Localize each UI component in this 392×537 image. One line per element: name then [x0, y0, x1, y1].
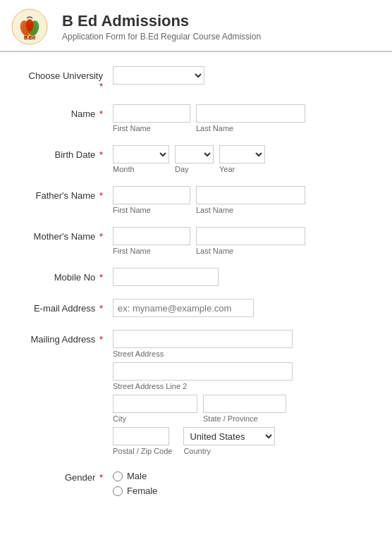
mobile-controls: 9210012312 — [113, 268, 371, 286]
mailing-address-controls: Street Address Street Address Line 2 Cit… — [113, 330, 371, 455]
birth-day-group: Day — [175, 145, 214, 173]
state-group: State / Province — [203, 395, 286, 423]
zip-group: Postal / Zip Code — [113, 427, 172, 455]
gender-label: Gender * — [21, 468, 113, 483]
state-input[interactable] — [203, 395, 286, 413]
fathers-name-label: Father's Name * — [21, 186, 113, 201]
street-sublabel: Street Address — [113, 350, 371, 358]
name-row: Name * First Name Last Name — [21, 104, 371, 132]
city-input[interactable] — [113, 395, 197, 413]
first-name-input[interactable] — [113, 104, 190, 123]
mothers-last-group: Last Name — [196, 227, 305, 255]
name-label: Name * — [21, 104, 113, 119]
university-label: Choose University * — [21, 66, 113, 92]
mailing-address-row: Mailing Address * Street Address Street … — [21, 330, 371, 455]
gender-options: Male Female — [113, 468, 371, 496]
name-controls: First Name Last Name — [113, 104, 371, 132]
fathers-first-group: First Name — [113, 186, 190, 214]
university-select[interactable] — [113, 66, 204, 85]
birth-day-sublabel: Day — [175, 165, 214, 173]
application-form: Choose University * Name * First Name La… — [0, 59, 392, 523]
gender-row: Gender * Male Female — [21, 468, 371, 496]
street2-sublabel: Street Address Line 2 — [113, 382, 371, 390]
page-title: B Ed Admissions — [62, 12, 261, 30]
street-input[interactable] — [113, 330, 293, 348]
street2-input[interactable] — [113, 362, 293, 381]
birth-month-select[interactable] — [113, 145, 169, 163]
birthdate-controls: Month Day Year — [113, 145, 371, 173]
title-text: B Ed Admissions — [62, 12, 189, 30]
street-group: Street Address — [113, 330, 371, 358]
gender-female-option[interactable]: Female — [113, 486, 371, 496]
fathers-first-sublabel: First Name — [113, 206, 190, 214]
header-divider — [0, 51, 392, 52]
last-name-input[interactable] — [196, 104, 305, 123]
email-row: E-mail Address * — [21, 299, 371, 317]
logo: B.Ed — [11, 8, 48, 45]
country-group: United States India United Kingdom Canad… — [183, 427, 275, 455]
mothers-first-input[interactable] — [113, 227, 190, 245]
last-name-sublabel: Last Name — [196, 124, 305, 132]
mothers-name-controls: First Name Last Name — [113, 227, 371, 255]
birth-month-group: Month — [113, 145, 169, 173]
first-name-sublabel: First Name — [113, 124, 190, 132]
birthdate-row: Birth Date * Month Day — [21, 145, 371, 173]
birthdate-label: Birth Date * — [21, 145, 113, 160]
zip-sublabel: Postal / Zip Code — [113, 447, 172, 455]
mothers-first-sublabel: First Name — [113, 247, 190, 255]
mothers-name-row: Mother's Name * First Name Last Name — [21, 227, 371, 255]
mothers-last-input[interactable] — [196, 227, 305, 245]
fathers-last-sublabel: Last Name — [196, 206, 305, 214]
logo-icon: B.Ed — [11, 8, 48, 45]
mothers-last-sublabel: Last Name — [196, 247, 305, 255]
birth-year-group: Year — [219, 145, 265, 173]
email-controls — [113, 299, 371, 317]
birth-year-select[interactable] — [219, 145, 265, 163]
mobile-row: Mobile No * 9210012312 — [21, 268, 371, 286]
header-text-group: B Ed Admissions Application Form for B.E… — [62, 12, 261, 42]
fathers-first-input[interactable] — [113, 186, 190, 204]
gender-female-label: Female — [127, 486, 157, 496]
mailing-address-label: Mailing Address * — [21, 330, 113, 345]
city-group: City — [113, 395, 197, 423]
gender-male-option[interactable]: Male — [113, 471, 371, 481]
state-sublabel: State / Province — [203, 414, 286, 423]
email-label: E-mail Address * — [21, 299, 113, 314]
mothers-first-group: First Name — [113, 227, 190, 255]
university-row: Choose University * — [21, 66, 371, 92]
fathers-last-input[interactable] — [196, 186, 305, 204]
mothers-name-label: Mother's Name * — [21, 227, 113, 242]
university-controls — [113, 66, 371, 85]
country-sublabel: Country — [183, 447, 275, 455]
country-select[interactable]: United States India United Kingdom Canad… — [183, 427, 275, 445]
gender-male-radio[interactable] — [113, 471, 123, 481]
page-subtitle: Application Form for B.Ed Regular Course… — [62, 32, 261, 42]
birth-year-sublabel: Year — [219, 165, 265, 173]
svg-text:B.Ed: B.Ed — [24, 35, 35, 40]
gender-controls: Male Female — [113, 468, 371, 496]
page-header: B.Ed B Ed Admissions Application Form fo… — [0, 0, 392, 51]
svg-point-4 — [26, 19, 33, 32]
street2-group: Street Address Line 2 — [113, 362, 371, 390]
fathers-last-group: Last Name — [196, 186, 305, 214]
mobile-label: Mobile No * — [21, 268, 113, 283]
zip-input[interactable] — [113, 427, 169, 445]
first-name-group: First Name — [113, 104, 190, 132]
fathers-name-controls: First Name Last Name — [113, 186, 371, 214]
mobile-input[interactable]: 9210012312 — [113, 268, 219, 286]
city-sublabel: City — [113, 414, 197, 423]
email-input[interactable] — [113, 299, 254, 317]
gender-female-radio[interactable] — [113, 486, 123, 496]
fathers-name-row: Father's Name * First Name Last Name — [21, 186, 371, 214]
birth-day-select[interactable] — [175, 145, 214, 163]
birth-month-sublabel: Month — [113, 165, 169, 173]
last-name-group: Last Name — [196, 104, 305, 132]
gender-male-label: Male — [127, 471, 147, 481]
